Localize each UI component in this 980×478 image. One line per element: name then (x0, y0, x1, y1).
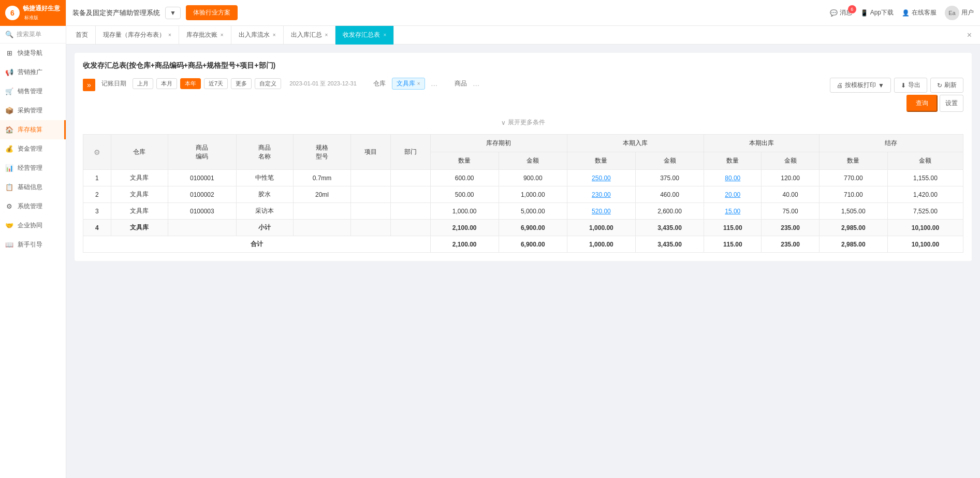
cell-out-qty-2[interactable]: 15.00 (704, 203, 762, 220)
service-icon: 👤 (902, 9, 910, 17)
sidebar-item-sales[interactable]: 🛒 销售管理 (0, 82, 66, 101)
tab-2[interactable]: 库存批次账× (179, 26, 231, 45)
cell-index-3: 4 (83, 220, 111, 236)
tab-5[interactable]: 收发存汇总表× (335, 26, 394, 45)
cell-name-1: 胶水 (236, 186, 293, 203)
warehouse-label: 仓库 (373, 79, 386, 88)
sidebar-item-guide[interactable]: 📖 新手引导 (0, 235, 66, 254)
search-menu[interactable]: 🔍 搜索菜单 (0, 26, 66, 44)
out-qty-link-1[interactable]: 20.00 (725, 191, 740, 198)
sidebar-item-quick-nav[interactable]: ⊞ 快捷导航 (0, 44, 66, 63)
user-item[interactable]: Ea 用户 (945, 6, 974, 20)
cell-out-amount-3: 235.00 (762, 220, 819, 236)
export-button[interactable]: ⬇ 导出 (894, 78, 927, 93)
sidebar-item-inventory[interactable]: 🏠 库存核算 (0, 120, 66, 139)
cell-balance-amount-1: 1,420.00 (887, 186, 963, 203)
cell-out-qty-0[interactable]: 80.00 (704, 170, 762, 186)
table-settings-icon[interactable]: ⚙ (94, 148, 100, 156)
sidebar-item-enterprise[interactable]: 🤝 企业协同 (0, 216, 66, 235)
tab-close-4[interactable]: × (325, 32, 328, 38)
th-in-group: 本期入库 (567, 135, 704, 152)
cell-project-2 (351, 203, 391, 220)
th-opening-amount: 金额 (499, 152, 567, 170)
settings-button[interactable]: 设置 (940, 95, 963, 112)
tab-close-1[interactable]: × (168, 32, 171, 38)
experience-button[interactable]: 体验行业方案 (186, 5, 238, 20)
sidebar-item-finance[interactable]: 💰 资金管理 (0, 139, 66, 158)
cell-spec-0: 0.7mm (293, 170, 350, 186)
date-btn-more[interactable]: 更多 (231, 78, 252, 89)
table-row-1: 2 文具库 0100002 胶水 20ml 500.00 1,000.00 23… (83, 186, 963, 203)
goods-filter-dots[interactable]: ... (473, 80, 480, 88)
cell-project-3 (351, 220, 391, 236)
tab-1[interactable]: 现存量（库存分布表）× (96, 26, 179, 45)
sidebar-item-system[interactable]: ⚙ 系统管理 (0, 197, 66, 216)
date-btn-this-month[interactable]: 本月 (156, 78, 177, 89)
content-card: 收发存汇总表(按仓库+商品编码+商品+规格型号+项目+部门) » 记账日期 上月… (75, 53, 972, 261)
print-button[interactable]: 🖨 按模板打印 ▼ (830, 78, 891, 93)
cell-project-0 (351, 170, 391, 186)
date-btn-custom[interactable]: 自定义 (255, 78, 281, 89)
sales-label: 销售管理 (18, 87, 42, 96)
system-icon: ⚙ (5, 202, 13, 211)
in-qty-link-2[interactable]: 520.00 (592, 208, 611, 215)
sidebar-item-basic[interactable]: 📋 基础信息 (0, 178, 66, 197)
tab-bar-close[interactable]: × (961, 31, 978, 40)
system-name: 装备及固定资产辅助管理系统 (72, 8, 160, 18)
in-qty-link-0[interactable]: 250.00 (592, 175, 611, 182)
footer-balance-qty: 2,985.00 (819, 236, 887, 253)
app-download-label: App下载 (870, 8, 894, 17)
cell-name-3: 小计 (236, 220, 293, 236)
tab-close-3[interactable]: × (273, 32, 276, 38)
cell-in-qty-2[interactable]: 520.00 (567, 203, 635, 220)
online-service-item[interactable]: 👤 在线客服 (902, 8, 937, 17)
export-icon: ⬇ (901, 82, 906, 89)
tab-4[interactable]: 出入库汇总× (284, 26, 336, 45)
cell-out-qty-1[interactable]: 20.00 (704, 186, 762, 203)
date-btn-last-month[interactable]: 上月 (133, 78, 153, 89)
out-qty-link-2[interactable]: 15.00 (725, 208, 740, 215)
sidebar-item-operations[interactable]: 📊 经营管理 (0, 158, 66, 178)
tab-label-5: 收发存汇总表 (343, 31, 380, 39)
date-btn-this-year[interactable]: 本年 (180, 78, 201, 89)
guide-icon: 📖 (5, 241, 13, 249)
tab-close-5[interactable]: × (383, 32, 386, 38)
messages-item[interactable]: 💬 消息 6 (830, 8, 852, 17)
table-container: ⚙ 仓库 商品编码 商品名称 规格型号 项目 部门 库存期初 本期入库 本期出库… (83, 134, 963, 253)
cell-spec-1: 20ml (293, 186, 350, 203)
tab-0[interactable]: 首页 (68, 26, 96, 45)
out-qty-link-0[interactable]: 80.00 (725, 175, 740, 182)
cell-balance-amount-0: 1,155.00 (887, 170, 963, 186)
system-dropdown[interactable]: ▼ (165, 7, 181, 19)
th-goods-code: 商品编码 (168, 135, 236, 170)
sidebar-item-purchase[interactable]: 📦 采购管理 (0, 101, 66, 120)
cell-in-amount-2: 2,600.00 (635, 203, 704, 220)
refresh-button[interactable]: ↻ 刷新 (930, 78, 963, 93)
date-btn-7days[interactable]: 近7天 (204, 78, 228, 89)
tab-3[interactable]: 出入库流水× (231, 26, 284, 45)
warehouse-filter-dots[interactable]: ... (431, 80, 438, 88)
warehouse-tag-close[interactable]: × (417, 81, 420, 86)
sidebar: 6 畅捷通好生意 标准版 🔍 搜索菜单 ⊞ 快捷导航 📢 营销推广 🛒 销售管理… (0, 0, 66, 478)
query-button[interactable]: 查询 (906, 95, 938, 112)
logo-text: 畅捷通好生意 标准版 (23, 4, 60, 22)
cell-balance-qty-2: 1,505.00 (819, 203, 887, 220)
th-out-qty: 数量 (704, 152, 762, 170)
sidebar-item-marketing[interactable]: 📢 营销推广 (0, 63, 66, 82)
cell-in-qty-0[interactable]: 250.00 (567, 170, 635, 186)
footer-label: 合计 (83, 236, 431, 253)
expand-btn[interactable]: ∨ 展开更多条件 (501, 118, 545, 127)
warehouse-tag[interactable]: 文具库 × (392, 78, 425, 90)
filter-collapse-btn[interactable]: » (83, 79, 95, 91)
in-qty-link-1[interactable]: 230.00 (592, 191, 611, 198)
th-settings[interactable]: ⚙ (83, 135, 111, 170)
print-icon: 🖨 (837, 82, 843, 89)
th-goods-spec: 规格型号 (293, 135, 350, 170)
cell-opening-amount-1: 1,000.00 (499, 186, 567, 203)
tab-close-2[interactable]: × (221, 32, 224, 38)
cell-in-qty-1[interactable]: 230.00 (567, 186, 635, 203)
top-header: 装备及固定资产辅助管理系统 ▼ 体验行业方案 💬 消息 6 📱 App下载 👤 … (66, 0, 980, 26)
cell-dept-1 (390, 186, 430, 203)
app-download-item[interactable]: 📱 App下载 (860, 8, 894, 17)
inventory-icon: 🏠 (5, 126, 13, 134)
